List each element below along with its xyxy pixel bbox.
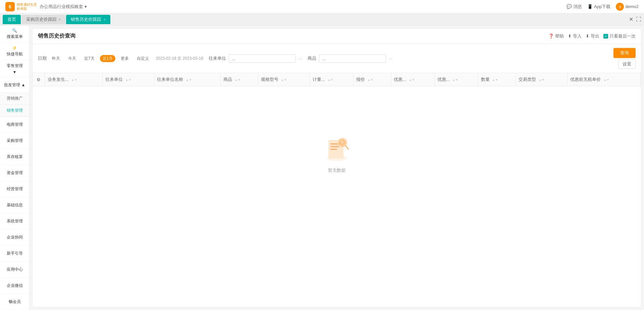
tab-sales-label: 销售历史价跟踪 (71, 16, 101, 22)
date-btn-custom[interactable]: 自定义 (134, 55, 152, 62)
date-filter-group: 日期 昨天 今天 近7天 近1月 更多 自定义 (38, 55, 152, 62)
col-biz-date: 业务发生... ▲▼ (45, 73, 102, 86)
export-label: 导出 (591, 33, 599, 39)
sort-icon: ▲▼ (603, 78, 609, 82)
product-more-icon[interactable]: ··· (389, 56, 392, 61)
sidebar-item-basic[interactable]: 基础信息 (0, 197, 29, 213)
partner-more-icon[interactable]: ··· (299, 56, 302, 61)
date-btn-more[interactable]: 更多 (118, 55, 131, 62)
export-icon: ⬇ (586, 34, 589, 39)
tab-purchase-close-icon[interactable]: × (59, 17, 61, 21)
user-menu[interactable]: d demo2 (616, 3, 639, 11)
username: demo2 (625, 4, 639, 9)
sort-icon: ▲▼ (328, 78, 334, 82)
product-input[interactable] (319, 54, 386, 63)
sort-icon: ▲▼ (492, 78, 498, 82)
date-btn-1month[interactable]: 近1月 (100, 55, 116, 62)
sort-icon: ▲▼ (281, 78, 287, 82)
sidebar-item-wholesale[interactable]: 批发管理 ▲ (0, 78, 29, 92)
sidebar-item-purchase-label: 采购管理 (7, 138, 23, 144)
tab-home-label: 首页 (7, 16, 16, 22)
sidebar-item-finance[interactable]: 资金管理 (0, 165, 29, 181)
tab-purchase[interactable]: 采购历史价跟踪 × (21, 15, 65, 24)
checkbox-icon: ✓ (603, 34, 608, 39)
sidebar-item-shortcuts[interactable]: ⚡ 快捷导航 (0, 43, 29, 60)
sidebar-item-purchase[interactable]: 采购管理 (0, 133, 29, 149)
filter-buttons: 查询 设置 (613, 48, 636, 69)
sidebar-item-system[interactable]: 系统管理 (0, 213, 29, 229)
table-header-row: ⚙ 业务发生... ▲▼ 往来单位 ▲▼ 往来单位名称 ▲ (33, 73, 641, 86)
date-btn-yesterday[interactable]: 昨天 (49, 55, 63, 62)
app-icon: 📱 (587, 4, 593, 9)
only-last-checkbox[interactable]: ✓ 只看最后一次 (603, 33, 636, 39)
sort-icon: ▲▼ (409, 78, 415, 82)
tabbar: 首页 采购历史价跟踪 × 销售历史价跟踪 × ✕ ⛶ (0, 13, 644, 25)
sidebar-item-enterprise-label: 企业协同 (7, 235, 23, 240)
help-label: 帮助 (555, 33, 564, 39)
sidebar-item-enterprise[interactable]: 企业协同 (0, 229, 29, 246)
sidebar-item-wechat-label: 企业微信 (7, 283, 23, 289)
sidebar-item-inventory[interactable]: 库存核算 (0, 149, 29, 165)
svg-rect-3 (330, 146, 339, 147)
workspace-label: 办公用品行业模拟账套 (40, 4, 83, 10)
message-icon: 💬 (567, 4, 572, 9)
topbar-right: 💬 消息 📱 App下载 d demo2 (567, 3, 639, 11)
avatar: d (616, 3, 624, 11)
import-btn[interactable]: ⬆ 导入 (568, 33, 582, 39)
partner-input[interactable] (229, 54, 296, 63)
app-download-btn[interactable]: 📱 App下载 (587, 4, 610, 10)
svg-text:?: ? (341, 141, 343, 145)
tab-fullscreen-icon[interactable]: ⛶ (636, 16, 641, 22)
col-discount1: 优惠... ▲▼ (391, 73, 435, 86)
sidebar-item-wechat[interactable]: 企业微信 (0, 278, 29, 294)
query-button[interactable]: 查询 (613, 48, 636, 58)
sidebar-item-guide[interactable]: 新手引导 (0, 246, 29, 262)
sidebar-item-appstore[interactable]: 应用中心 (0, 262, 29, 278)
sort-icon: ▲▼ (186, 78, 192, 82)
shortcuts-icon: ⚡ (12, 46, 17, 50)
help-btn[interactable]: ❓ 帮助 (548, 33, 564, 39)
sidebar-sub-marketing[interactable]: 营销推广 (0, 92, 29, 104)
sidebar-item-operations[interactable]: 经营管理 (0, 181, 29, 197)
search-icon: 🔍 (12, 28, 17, 33)
sidebar-item-member-label: 畅会员 (9, 299, 21, 305)
date-btn-7days[interactable]: 近7天 (82, 55, 97, 62)
sidebar-item-search[interactable]: 🔍 搜索菜单 (0, 25, 29, 43)
empty-text: 暂无数据 (328, 167, 345, 173)
sidebar-item-appstore-label: 应用中心 (7, 267, 23, 272)
page: 销售历史价查询 ❓ 帮助 ⬆ 导入 ⬇ 导出 ✓ (32, 28, 641, 307)
main-content: 销售历史价查询 ❓ 帮助 ⬆ 导入 ⬇ 导出 ✓ (30, 25, 644, 310)
sidebar-group-wholesale: 批发管理 ▲ 营销推广 销售管理 (0, 78, 29, 117)
settings-button[interactable]: 设置 (618, 59, 636, 69)
tab-close-all-icon[interactable]: ✕ (629, 16, 633, 22)
col-settings[interactable]: ⚙ (33, 73, 45, 86)
sidebar-item-finance-label: 资金管理 (7, 170, 23, 176)
sidebar: 🔍 搜索菜单 ⚡ 快捷导航 零售管理 ▼ 批发管理 ▲ 营销推广 销售管理 电商… (0, 25, 30, 310)
sidebar-item-ecommerce[interactable]: 电商管理 (0, 117, 29, 133)
wholesale-arrow-icon: ▲ (21, 83, 25, 87)
sidebar-item-retail-label: 零售管理 (7, 63, 23, 69)
sidebar-item-retail[interactable]: 零售管理 ▼ (0, 60, 29, 78)
sort-icon: ▲▼ (234, 78, 240, 82)
date-btn-today[interactable]: 今天 (65, 55, 79, 62)
sidebar-sub-marketing-label: 营销推广 (7, 96, 23, 101)
message-btn[interactable]: 💬 消息 (567, 4, 582, 10)
sidebar-item-wholesale-label: 批发管理 (4, 82, 20, 88)
partner-label: 往来单位 (209, 55, 226, 61)
export-btn[interactable]: ⬇ 导出 (586, 33, 599, 39)
workspace-selector[interactable]: 办公用品行业模拟账套 ▾ (40, 4, 87, 10)
sidebar-item-search-label: 搜索菜单 (7, 34, 23, 40)
empty-state: ? 暂无数据 (33, 86, 641, 220)
tab-sales-close-icon[interactable]: × (103, 17, 105, 21)
product-filter-group: 商品 ··· (308, 54, 392, 63)
page-title: 销售历史价查询 (38, 33, 75, 40)
sidebar-item-member[interactable]: 畅会员 (0, 294, 29, 310)
only-last-label: 只看最后一次 (609, 33, 636, 39)
sidebar-sub-sales-mgmt[interactable]: 销售管理 (0, 104, 29, 116)
sidebar-item-shortcuts-label: 快捷导航 (7, 51, 23, 57)
tab-sales[interactable]: 销售历史价跟踪 × (66, 15, 110, 24)
col-pre-tax-price: 优惠前无税单价 ▲▼ (568, 73, 641, 86)
tabbar-right: ✕ ⛶ (629, 16, 641, 22)
tab-home[interactable]: 首页 (3, 15, 21, 24)
sort-icon: ▲▼ (452, 78, 458, 82)
